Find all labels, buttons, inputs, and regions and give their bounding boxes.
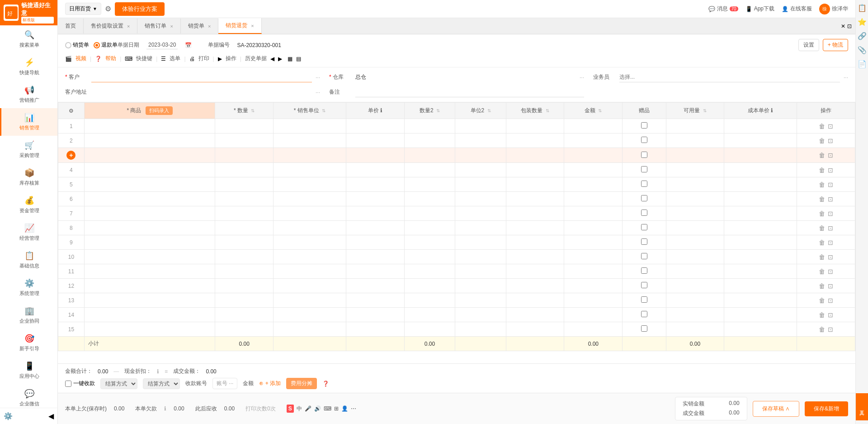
calc-method-select[interactable]: 结算方式 [143, 378, 180, 389]
gift-checkbox[interactable] [641, 122, 647, 129]
pack-quantity-cell[interactable] [506, 206, 564, 221]
cost-price-cell[interactable] [724, 177, 797, 192]
product-cell[interactable] [84, 192, 215, 206]
amount-cell[interactable] [564, 264, 623, 279]
industry-select[interactable]: 日用百货 ▼ [65, 3, 101, 15]
pack-quantity-cell[interactable] [506, 192, 564, 206]
unit2-cell[interactable] [455, 177, 506, 192]
quantity-cell[interactable] [215, 206, 274, 221]
pack-quantity-cell[interactable] [506, 250, 564, 264]
tab-home[interactable]: 首页 [58, 19, 84, 33]
sidebar-item-inventory[interactable]: 📦 库存核算 [0, 163, 57, 191]
gift-cell[interactable] [623, 148, 666, 163]
quantity2-cell[interactable] [404, 250, 455, 264]
delete-icon[interactable]: 🗑 [819, 268, 825, 275]
gift-cell[interactable] [623, 163, 666, 177]
unit-price-cell[interactable] [346, 133, 404, 148]
quantity2-cell[interactable] [404, 192, 455, 206]
sales-unit-cell[interactable] [274, 264, 346, 279]
unit2-cell[interactable] [455, 293, 506, 308]
sales-unit-cell[interactable] [274, 119, 346, 133]
pack-quantity-cell[interactable] [506, 279, 564, 293]
sidebar-item-basic[interactable]: 📋 基础信息 [0, 246, 57, 274]
quantity2-cell[interactable] [404, 293, 455, 308]
gift-cell[interactable] [623, 264, 666, 279]
quantity-cell[interactable] [215, 221, 274, 235]
product-cell[interactable] [84, 264, 215, 279]
qr-icon[interactable]: ⊞ [334, 405, 339, 412]
quantity-cell[interactable] [215, 308, 274, 322]
sales-unit-cell[interactable] [274, 192, 346, 206]
quantity2-cell[interactable] [404, 148, 455, 163]
copy-icon[interactable]: ⊡ [828, 239, 833, 246]
unit2-cell[interactable] [455, 250, 506, 264]
product-cell[interactable] [84, 148, 215, 163]
cost-price-cell[interactable] [724, 293, 797, 308]
tab-maximize-icon[interactable]: ⊡ [847, 23, 852, 29]
operate-label[interactable]: 操作 [226, 55, 236, 62]
amount-cell[interactable] [564, 221, 623, 235]
print-label[interactable]: 打印 [198, 55, 209, 62]
radio-return[interactable]: 退款单 [94, 41, 118, 49]
account-input[interactable]: 账号 ··· [212, 378, 237, 389]
available-cell[interactable] [666, 119, 724, 133]
quantity-cell[interactable] [215, 235, 274, 250]
mic-icon[interactable]: 🎤 [305, 405, 311, 412]
add-btn[interactable]: ⊕ + 添加 [259, 380, 281, 387]
sales-unit-cell[interactable] [274, 235, 346, 250]
right-icon-4[interactable]: 📎 [858, 46, 867, 54]
copy-icon[interactable]: ⊡ [828, 167, 833, 174]
gift-cell[interactable] [623, 221, 666, 235]
right-sidebar-action[interactable]: 工具 [856, 393, 868, 420]
gift-checkbox[interactable] [641, 282, 647, 288]
unit2-cell[interactable] [455, 119, 506, 133]
available-cell[interactable] [666, 221, 724, 235]
sidebar-item-sales[interactable]: 📊 销售管理 [0, 108, 57, 136]
delete-icon[interactable]: 🗑 [819, 167, 825, 174]
gift-checkbox[interactable] [641, 181, 647, 187]
cost-price-cell[interactable] [724, 119, 797, 133]
view-grid-icon[interactable]: ▤ [296, 56, 301, 62]
unit-price-cell[interactable] [346, 119, 404, 133]
unit2-cell[interactable] [455, 322, 506, 337]
gift-checkbox[interactable] [641, 311, 647, 317]
one-click-pay-checkbox[interactable]: 一键收款 [65, 380, 95, 387]
amount-cell[interactable] [564, 163, 623, 177]
quantity-cell[interactable] [215, 133, 274, 148]
amount-cell[interactable] [564, 322, 623, 337]
quantity2-cell[interactable] [404, 133, 455, 148]
settings-bottom-icon[interactable]: ⚙️ [4, 412, 13, 420]
online-service-item[interactable]: 👤 在线客服 [782, 5, 812, 13]
message-item[interactable]: 💬 消息 70 [708, 5, 738, 13]
product-input[interactable] [87, 152, 212, 158]
sidebar-item-shortcut[interactable]: ⚡ 快捷导航 [0, 53, 57, 81]
sales-unit-cell[interactable] [274, 148, 346, 163]
amount-cell[interactable] [564, 308, 623, 322]
quantity2-cell[interactable] [404, 163, 455, 177]
quantity2-cell[interactable] [404, 177, 455, 192]
quantity-cell[interactable] [215, 148, 274, 163]
unit-price-cell[interactable] [346, 279, 404, 293]
sidebar-item-search[interactable]: 🔍 搜索菜单 [0, 25, 57, 53]
amount-cell[interactable] [564, 293, 623, 308]
tab-price-setting[interactable]: 售价提取设置 × [84, 19, 137, 33]
copy-icon[interactable]: ⊡ [828, 210, 833, 217]
available-cell[interactable] [666, 264, 724, 279]
product-cell[interactable] [84, 177, 215, 192]
available-cell[interactable] [666, 177, 724, 192]
gift-cell[interactable] [623, 119, 666, 133]
sales-unit-cell[interactable] [274, 206, 346, 221]
gift-cell[interactable] [623, 192, 666, 206]
unit2-cell[interactable] [455, 148, 506, 163]
available-cell[interactable] [666, 235, 724, 250]
cost-price-cell[interactable] [724, 163, 797, 177]
address-select-dots[interactable]: ··· [316, 89, 320, 95]
right-icon-3[interactable]: 🔗 [858, 32, 867, 40]
gift-cell[interactable] [623, 177, 666, 192]
right-icon-1[interactable]: 📋 [858, 4, 867, 12]
cost-price-cell[interactable] [724, 308, 797, 322]
pack-quantity-cell[interactable] [506, 235, 564, 250]
gift-cell[interactable] [623, 279, 666, 293]
delete-icon[interactable]: 🗑 [819, 210, 825, 217]
warehouse-select-dots[interactable]: ··· [580, 74, 584, 81]
